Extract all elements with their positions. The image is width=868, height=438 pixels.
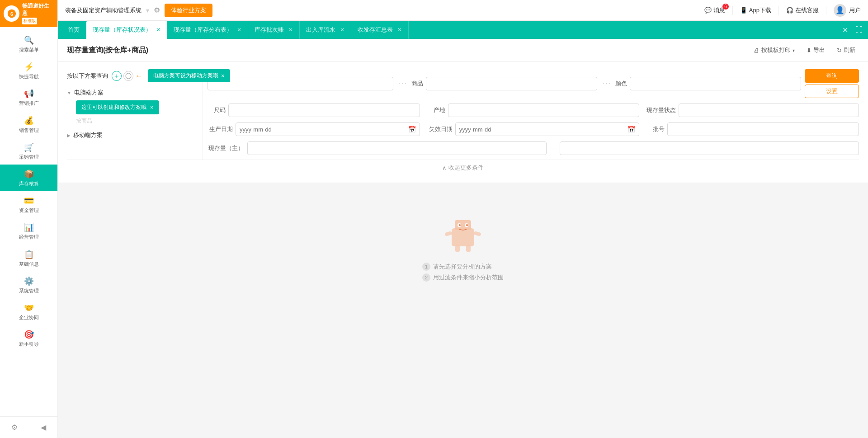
batch-input[interactable]	[667, 122, 859, 136]
size-select[interactable]	[228, 104, 420, 117]
tab-maximize-icon[interactable]: ⛶	[854, 24, 864, 36]
tab-close-icon[interactable]: ✕	[156, 27, 160, 33]
logo-badge: 标准版	[22, 18, 37, 24]
stock-status-select[interactable]	[679, 104, 859, 117]
topbar-app-download[interactable]: 📱 App下载	[740, 6, 771, 14]
color-field: 颜色	[615, 77, 801, 90]
sidebar-item-search[interactable]: 🔍 搜索菜单	[0, 31, 57, 57]
sidebar-item-quicknav[interactable]: ⚡ 快捷导航	[0, 57, 57, 84]
print-template-btn[interactable]: 🖨 按模板打印 ▾	[750, 44, 798, 56]
tab-inventory-status[interactable]: 现存量（库存状况表） ✕	[86, 21, 167, 39]
quicknav-icon: ⚡	[24, 62, 34, 72]
export-btn[interactable]: ⬇ 导出	[803, 44, 829, 56]
tab-home[interactable]: 首页	[61, 21, 86, 39]
user-label: 用户	[849, 6, 861, 14]
industry-btn[interactable]: 体验行业方案	[165, 4, 212, 17]
calendar-icon1[interactable]: 📅	[408, 126, 416, 133]
prod-date-label: 生产日期	[208, 125, 233, 133]
tooltip1-text: 电脑方案可设为移动方案哦	[153, 72, 218, 80]
topbar-message[interactable]: 💬 消息 6	[704, 6, 725, 14]
collapse-sidebar-button[interactable]: ◀	[39, 421, 48, 433]
tab-close-icon[interactable]: ✕	[340, 27, 344, 33]
origin-select[interactable]	[448, 104, 640, 117]
headset-icon: 🎧	[786, 7, 793, 14]
origin-field: 产地	[427, 104, 640, 117]
collapse-more-btn[interactable]: ∧ 收起更多条件	[67, 160, 859, 175]
marketing-icon: 📢	[24, 89, 34, 99]
tooltip-scheme-mobile: 电脑方案可设为移动方案哦 ×	[148, 69, 230, 82]
warehouse-input[interactable]	[208, 77, 393, 90]
topbar-user[interactable]: 👤 用户	[834, 4, 861, 17]
pc-scheme-toggle[interactable]: ▼ 电脑端方案	[67, 87, 198, 99]
system-icon: ⚙️	[24, 276, 34, 286]
tab-inout-flow[interactable]: 出入库流水 ✕	[300, 21, 351, 39]
topbar-online-service[interactable]: 🎧 在线客服	[786, 6, 819, 14]
svg-rect-10	[473, 231, 481, 236]
tooltip2-close-btn[interactable]: ×	[150, 104, 154, 110]
goods-field: 商品	[411, 77, 597, 90]
calendar-icon2[interactable]: 📅	[627, 126, 635, 133]
sidebar-item-inventory[interactable]: 📦 库存核算	[0, 165, 57, 191]
filter-row-1: ··· 商品 ··· 颜色	[208, 69, 859, 98]
sidebar-item-finance[interactable]: 💳 资金管理	[0, 191, 57, 218]
message-icon: 💬	[704, 7, 712, 14]
pc-scheme-arrow: ▼	[67, 90, 71, 95]
sidebar-item-basic[interactable]: 📋 基础信息	[0, 245, 57, 272]
sidebar-item-system[interactable]: ⚙️ 系统管理	[0, 272, 57, 298]
prod-date-input[interactable]	[240, 126, 408, 133]
pc-scheme-label: 电脑端方案	[74, 89, 104, 97]
goods-input[interactable]	[426, 77, 597, 90]
svg-point-8	[466, 224, 468, 226]
color-select[interactable]	[630, 77, 801, 90]
user-avatar: 👤	[834, 4, 846, 17]
sidebar-item-label: 新手引导	[19, 341, 39, 347]
warehouse-dots[interactable]: ···	[397, 80, 408, 88]
svg-rect-4	[455, 220, 471, 230]
stock-min-input[interactable]	[247, 141, 547, 155]
sidebar-item-enterprise[interactable]: 🤝 企业协同	[0, 298, 57, 325]
search-buttons: 查询 设置	[805, 69, 859, 98]
tab-receive-summary[interactable]: 收发存汇总表 ✕	[351, 21, 409, 39]
edit-scheme-btn[interactable]	[123, 71, 133, 81]
sidebar-item-guide[interactable]: 🎯 新手引导	[0, 325, 57, 352]
tab-close-icon[interactable]: ✕	[237, 27, 241, 33]
expire-date-input[interactable]	[459, 126, 628, 133]
goods-label: 商品	[411, 80, 423, 88]
add-scheme-btn[interactable]: +	[112, 71, 122, 81]
batch-label: 批号	[646, 125, 665, 133]
divider1	[732, 6, 733, 15]
tab-batch-account[interactable]: 库存批次账 ✕	[248, 21, 300, 39]
settings-button[interactable]: ⚙	[9, 421, 19, 433]
refresh-btn[interactable]: ↻ 刷新	[833, 44, 859, 56]
tab-close-icon[interactable]: ✕	[288, 27, 293, 33]
enterprise-icon: 🤝	[24, 303, 34, 313]
set-btn[interactable]: 设置	[805, 85, 859, 98]
sidebar-item-purchase[interactable]: 🛒 采购管理	[0, 138, 57, 165]
tab-close-icon[interactable]: ✕	[397, 27, 402, 33]
tab-close-all-icon[interactable]: ✕	[840, 24, 850, 36]
filter-row-3: 生产日期 📅 失效日期 📅	[208, 122, 859, 136]
search-btn[interactable]: 查询	[805, 69, 859, 83]
step2-num: 2	[422, 273, 430, 282]
tooltip1-close-btn[interactable]: ×	[221, 72, 225, 79]
stock-max-input[interactable]	[560, 141, 859, 155]
svg-rect-9	[444, 231, 453, 236]
topbar-settings-icon[interactable]: ⚙	[154, 6, 160, 14]
filter-label: 按以下方案查询	[67, 72, 108, 80]
sidebar-item-sales[interactable]: 💰 销售管理	[0, 111, 57, 138]
goods-dots[interactable]: ···	[601, 80, 612, 88]
sidebar-item-marketing[interactable]: 📢 营销推广	[0, 84, 57, 111]
origin-label: 产地	[427, 106, 445, 114]
sidebar-item-operations[interactable]: 📊 经营管理	[0, 218, 57, 245]
expire-date-field: 失效日期 📅	[427, 122, 640, 136]
system-dropdown-icon[interactable]: ▾	[146, 7, 149, 14]
print-dropdown-icon: ▾	[793, 48, 795, 53]
sidebar: 6 畅通道好生意 标准版 🔍 搜索菜单 ⚡ 快捷导航 📢 营销推广 💰 销售管理…	[0, 0, 58, 438]
arrow-left-btn[interactable]: ←	[135, 72, 142, 80]
tab-inventory-dist[interactable]: 现存量（库存分布表） ✕	[167, 21, 248, 39]
sidebar-logo: 6 畅通道好生意 标准版	[0, 0, 57, 27]
refresh-icon: ↻	[837, 47, 842, 54]
printer-icon: 🖨	[754, 47, 760, 54]
tooltip2-text: 这里可以创建和修改方案哦	[81, 104, 146, 111]
mobile-scheme-toggle[interactable]: ▶ 移动端方案	[67, 129, 198, 141]
